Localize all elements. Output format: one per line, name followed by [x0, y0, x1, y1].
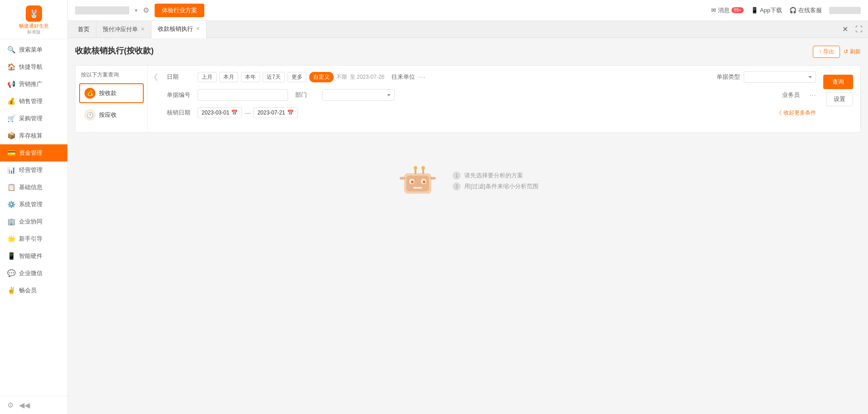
sidebar-item-guide[interactable]: 🌟 新手引导	[0, 230, 67, 247]
search-icon: 🔍	[7, 46, 15, 54]
solution-button[interactable]: 体验行业方案	[155, 4, 204, 17]
sidebar-item-finance[interactable]: 💳 资金管理	[0, 144, 67, 162]
phone-icon: 📱	[751, 7, 758, 14]
date-range-separator: —	[245, 109, 250, 116]
filter-collapse-button[interactable]: 《	[148, 66, 160, 132]
svg-point-10	[421, 166, 425, 170]
topbar-right: ✉ 消息 99+ 📱 App下载 🎧 在线客服	[711, 6, 861, 14]
verify-date-end-wrap[interactable]: 2023-07-21 📅	[253, 107, 297, 118]
dept-select[interactable]	[322, 89, 395, 101]
date-label: 日期	[167, 73, 190, 81]
app-badge: 标准版	[27, 29, 41, 35]
more-conditions-button[interactable]: 《 收起更多条件	[776, 109, 816, 117]
sidebar-item-inventory[interactable]: 📦 库存核算	[0, 127, 67, 144]
app-download-button[interactable]: 📱 App下载	[751, 6, 782, 14]
date-btn-7days[interactable]: 近7天	[263, 72, 285, 82]
messages-button[interactable]: ✉ 消息 99+	[711, 6, 744, 14]
sidebar-item-member[interactable]: ✌️ 畅会员	[0, 282, 67, 299]
empty-tip-2: 2 用[过滤]条件来缩小分析范围	[453, 182, 538, 190]
verify-date-start-wrap[interactable]: 2023-03-01 📅	[198, 107, 242, 118]
tab-prepay-close[interactable]: ✕	[141, 26, 145, 32]
export-button[interactable]: ↑ 导出	[813, 46, 840, 58]
refresh-button[interactable]: ↺ 刷新	[844, 46, 861, 58]
sidebar-item-operations[interactable]: 📊 经营管理	[0, 162, 67, 179]
page-content: 收款核销执行(按收款) ↑ 导出 ↺ 刷新 按以下方案查询 💰	[68, 38, 868, 414]
receipt-icon: 💰	[85, 88, 95, 99]
filter-docno-row: 单据编号 部门 业务员	[167, 89, 816, 101]
date-no-limit: 不限	[336, 73, 347, 81]
filter-option-by-receipt[interactable]: 💰 按收款	[79, 83, 144, 103]
date-options: 上月 本月 本年 近7天 更多 自定义 不限 至 2023-07-26	[198, 72, 384, 82]
salesperson-field: 业务员 ···	[782, 90, 816, 100]
tab-expand-button[interactable]: ⛶	[854, 25, 864, 33]
verify-date-start: 2023-03-01	[202, 109, 229, 116]
empty-tips: 1 请先选择要分析的方案 2 用[过滤]条件来缩小分析范围	[453, 171, 538, 190]
filter-fields-area: 日期 上月 本月 本年 近7天 更多 自定义 不限 至 2023-07-26	[167, 71, 816, 124]
tab-close-all-button[interactable]: ✕	[840, 25, 850, 33]
verify-date-range: 2023-03-01 📅 — 2023-07-21 📅	[198, 107, 298, 118]
dept-field: 部门	[295, 89, 395, 101]
svg-rect-12	[430, 177, 436, 180]
tabbar: 首页 预付冲应付单 ✕ 收款核销执行 ✕ ✕ ⛶	[68, 21, 868, 38]
operations-icon: 📊	[7, 166, 15, 174]
sidebar-item-purchase[interactable]: 🛒 采购管理	[0, 110, 67, 127]
doctype-select[interactable]	[744, 71, 816, 83]
home-icon: 🏠	[7, 63, 15, 71]
sidebar-item-enterprise[interactable]: 🏢 企业协同	[0, 213, 67, 230]
logo-icon: 🐰	[26, 5, 42, 22]
counterparty-field: 往来单位 ···	[392, 72, 425, 82]
filter-option-by-receivable[interactable]: 🕐 按应收	[79, 105, 144, 125]
purchase-icon: 🛒	[7, 114, 15, 123]
filter-verify-date-row: 核销日期 2023-03-01 📅 — 2023-07-21 📅	[167, 107, 816, 118]
sidebar-footer: ⚙ ◀◀	[0, 396, 67, 414]
salesperson-label: 业务员	[782, 91, 806, 99]
svg-rect-11	[400, 177, 405, 180]
enterprise-icon: 🏢	[7, 218, 15, 226]
footer-settings-icon[interactable]: ⚙	[7, 401, 14, 409]
sidebar-item-basicinfo[interactable]: 📋 基础信息	[0, 179, 67, 196]
sidebar-item-hardware[interactable]: 📱 智能硬件	[0, 247, 67, 265]
filter-sidebar-title: 按以下方案查询	[79, 71, 144, 79]
query-button[interactable]: 查询	[823, 75, 853, 89]
sidebar-item-marketing[interactable]: 📢 营销推广	[0, 76, 67, 93]
filter-main: 日期 上月 本月 本年 近7天 更多 自定义 不限 至 2023-07-26	[160, 66, 860, 132]
svg-rect-6	[413, 187, 422, 189]
marketing-icon: 📢	[7, 80, 15, 88]
settings-button[interactable]: 设置	[826, 92, 853, 106]
sidebar-item-sales[interactable]: 💰 销售管理	[0, 93, 67, 110]
system-icon: ⚙️	[7, 200, 15, 209]
filter-sidebar: 按以下方案查询 💰 按收款 🕐 按应收	[75, 66, 148, 132]
tabbar-actions: ✕ ⛶	[840, 25, 864, 33]
date-btn-more[interactable]: 更多	[288, 72, 307, 82]
footer-collapse-icon[interactable]: ◀◀	[19, 401, 30, 409]
docno-input[interactable]	[198, 89, 288, 101]
user-avatar-blurred	[829, 7, 861, 14]
topbar-brand-blurred	[75, 6, 129, 14]
doctype-label: 单据类型	[717, 73, 740, 81]
sidebar-item-search[interactable]: 🔍 搜索菜单	[0, 41, 67, 58]
sidebar-item-quicknav[interactable]: 🏠 快捷导航	[0, 58, 67, 76]
tab-home[interactable]: 首页	[71, 21, 96, 38]
date-btn-this-month[interactable]: 本月	[219, 72, 238, 82]
sidebar-item-wechat[interactable]: 💬 企业微信	[0, 265, 67, 282]
page-actions: ↑ 导出 ↺ 刷新	[813, 46, 861, 58]
export-icon: ↑	[819, 48, 821, 55]
tab-prepay[interactable]: 预付冲应付单 ✕	[96, 21, 151, 38]
date-btn-this-year[interactable]: 本年	[241, 72, 260, 82]
tip-num-2: 2	[453, 182, 461, 190]
wechat-icon: 💬	[7, 269, 15, 277]
tab-receiptvoid-close[interactable]: ✕	[196, 26, 200, 32]
message-badge: 99+	[731, 7, 744, 13]
filter-date-row: 日期 上月 本月 本年 近7天 更多 自定义 不限 至 2023-07-26	[167, 71, 816, 83]
online-service-button[interactable]: 🎧 在线客服	[789, 6, 822, 14]
refresh-icon: ↺	[844, 48, 848, 55]
counterparty-dots: ···	[419, 72, 425, 82]
tab-receiptvoid[interactable]: 收款核销执行 ✕	[151, 21, 207, 38]
date-btn-custom[interactable]: 自定义	[309, 72, 334, 82]
date-btn-last-month[interactable]: 上月	[198, 72, 217, 82]
gear-icon[interactable]: ⚙	[143, 6, 149, 14]
counterparty-row: 往来单位 ··· 单据类型	[392, 71, 816, 83]
hardware-icon: 📱	[7, 252, 15, 260]
cal-start-icon: 📅	[231, 109, 238, 116]
sidebar-item-system[interactable]: ⚙️ 系统管理	[0, 196, 67, 213]
